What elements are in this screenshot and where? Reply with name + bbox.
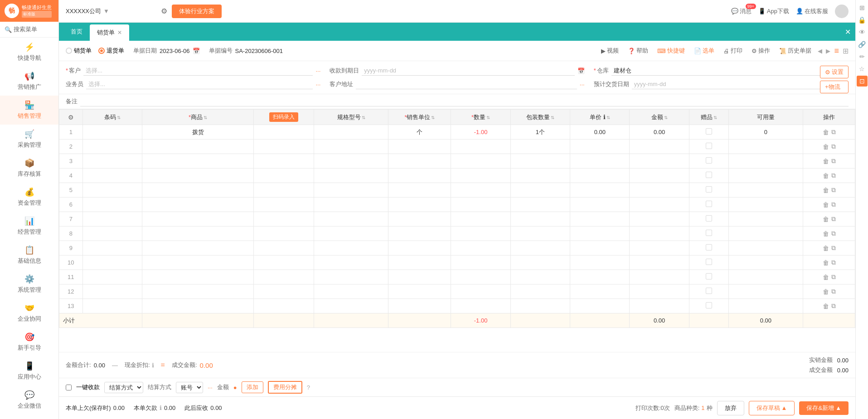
help-btn[interactable]: ❓ 帮助 [625,45,651,56]
payment-method-select[interactable]: 结算方式 [104,382,143,393]
delete-icon[interactable]: 🗑 [823,172,829,179]
add-icon[interactable]: ● [233,384,237,391]
copy-icon[interactable]: ⧉ [831,128,836,136]
sidebar-item-inventory[interactable]: 📦 库存核算 [0,154,58,183]
online-support-btn[interactable]: 👤 在线客服 [796,7,828,15]
operate-btn[interactable]: ⚙ 操作 [749,45,773,56]
delete-icon[interactable]: 🗑 [823,303,829,310]
copy-icon[interactable]: ⧉ [831,288,836,295]
sidebar-item-member[interactable]: 👑 畅会员 [0,414,58,419]
right-tool-1[interactable]: ⊞ [857,2,868,13]
next-icon[interactable]: ▶ [826,48,830,54]
fee-help-icon[interactable]: ? [307,384,310,391]
copy-icon[interactable]: ⧉ [831,143,836,150]
debt-help-icon[interactable]: ℹ [160,405,162,411]
due-date-input[interactable] [362,66,574,76]
discard-btn[interactable]: 放弃 [717,401,744,415]
expected-date-input[interactable] [632,79,839,89]
sidebar-item-marketing[interactable]: 📢 营销推广 [0,67,58,96]
cell-barcode[interactable] [82,125,142,140]
app-download-btn[interactable]: 📱 App下载 [758,7,789,15]
sidebar-item-basic[interactable]: 📋 基础信息 [0,241,58,270]
sidebar-item-appstore[interactable]: 📱 应用中心 [0,356,58,385]
copy-icon[interactable]: ⧉ [831,302,836,310]
account-select[interactable]: 账号 [176,382,203,393]
grid-view-icon[interactable]: ⊞ [843,47,849,55]
cell-unit[interactable]: 个 [388,125,451,140]
sidebar-item-cooperation[interactable]: 🤝 企业协同 [0,299,58,327]
history-btn[interactable]: 📜 历史单据 [776,45,814,56]
customer-input[interactable] [83,66,313,76]
copy-icon[interactable]: ⧉ [831,201,836,208]
fee-split-btn[interactable]: 费用分摊 [268,381,302,394]
tab-sales-order[interactable]: 销货单 ✕ [90,24,129,41]
add-payment-btn[interactable]: 添加 [242,381,263,393]
cell-amount[interactable]: 0.00 [630,125,689,140]
delete-icon[interactable]: 🗑 [823,274,829,281]
sidebar-item-system[interactable]: ⚙️ 系统管理 [0,270,58,299]
delete-icon[interactable]: 🗑 [823,129,829,136]
right-tool-5[interactable]: ✏ [857,51,868,62]
right-tool-4[interactable]: 🔗 [857,39,868,50]
note-input[interactable] [80,96,849,106]
col-scan[interactable]: 扫码录入 [254,110,314,125]
discount-help-icon[interactable]: ℹ [152,362,154,369]
print-btn[interactable]: 🖨 打印 [721,45,745,56]
user-avatar[interactable] [835,5,849,18]
cell-price[interactable]: 0.00 [570,125,630,140]
col-settings[interactable]: ⚙ [59,110,83,125]
calendar-icon[interactable]: 📅 [193,48,200,54]
trial-btn[interactable]: 体验行业方案 [172,5,222,18]
delete-icon[interactable]: 🗑 [823,201,829,208]
sidebar-item-purchase[interactable]: 🛒 采购管理 [0,125,58,154]
topbar-gear-icon[interactable]: ⚙ [161,7,167,15]
delete-icon[interactable]: 🗑 [823,288,829,295]
copy-icon[interactable]: ⧉ [831,186,836,194]
tab-close-icon[interactable]: ✕ [117,29,122,36]
delete-icon[interactable]: 🗑 [823,187,829,194]
tab-close-all-icon[interactable]: ✕ [845,28,851,36]
sidebar-item-operation[interactable]: 📊 经营管理 [0,212,58,241]
list-view-icon[interactable]: ≡ [834,46,839,56]
right-tool-7[interactable]: ⊡ [857,76,868,87]
right-tool-2[interactable]: 🔒 [857,14,868,25]
save-new-btn[interactable]: 保存&新增 ▲ [799,401,849,415]
delete-icon[interactable]: 🗑 [823,245,829,252]
copy-icon[interactable]: ⧉ [831,244,836,252]
tab-home[interactable]: 首页 [63,23,90,41]
delete-icon[interactable]: 🗑 [823,259,829,266]
cell-gift[interactable] [689,125,728,140]
shortcut-btn[interactable]: ⌨ 快捷键 [655,45,688,56]
copy-icon[interactable]: ⧉ [831,259,836,266]
delete-icon[interactable]: 🗑 [823,143,829,150]
save-draft-btn[interactable]: 保存草稿 ▲ [749,401,795,415]
account-more-icon[interactable]: ··· [208,384,213,391]
cell-quantity[interactable]: -1.00 [451,125,510,140]
sidebar-item-guide[interactable]: 🎯 新手引导 [0,327,58,356]
customer-address-more-icon[interactable]: ··· [580,81,585,88]
due-date-calendar-icon[interactable]: 📅 [577,67,585,74]
warehouse-input[interactable] [611,66,841,76]
video-btn[interactable]: ▶ 视频 [598,45,621,56]
customer-address-input[interactable] [356,79,577,89]
sidebar-item-quick-nav[interactable]: ⚡ 快捷导航 [0,38,58,67]
sidebar-item-finance[interactable]: 💰 资金管理 [0,183,58,212]
company-selector[interactable]: XXXXXX公司 ▼ [66,7,156,15]
copy-icon[interactable]: ⧉ [831,273,836,281]
prev-icon[interactable]: ◀ [818,48,822,54]
cell-spec[interactable] [314,125,388,140]
delete-icon[interactable]: 🗑 [823,158,829,165]
copy-icon[interactable]: ⧉ [831,172,836,179]
delete-icon[interactable]: 🗑 [823,230,829,237]
sidebar-item-sales[interactable]: 🏪 销售管理 [0,96,58,125]
cell-pack-qty[interactable]: 1个 [510,125,570,140]
scan-btn[interactable]: 扫码录入 [269,112,298,122]
cell-product[interactable]: 拨货 [142,125,254,140]
copy-icon[interactable]: ⧉ [831,230,836,237]
salesperson-input[interactable] [86,79,313,89]
copy-icon[interactable]: ⧉ [831,215,836,223]
radio-return-order[interactable]: 退货单 [98,47,124,55]
select-btn[interactable]: 📄 选单 [691,45,717,56]
logistics-btn[interactable]: +物流 [820,81,849,93]
radio-sales-order[interactable]: 销货单 [66,47,92,55]
